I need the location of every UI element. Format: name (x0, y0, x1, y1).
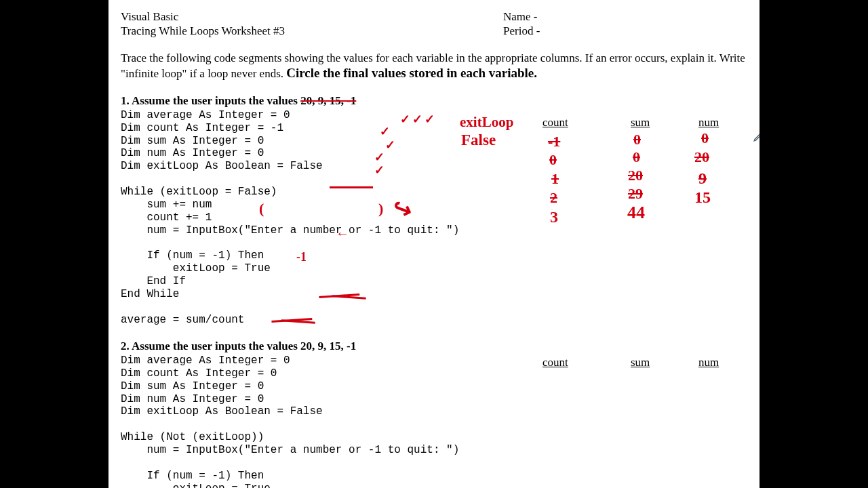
period-field: Period - (503, 24, 747, 38)
hw-lparen: ( (259, 199, 264, 218)
col-num-2: num (698, 355, 719, 369)
col-sum-1: sum (631, 115, 650, 129)
check-2 (385, 138, 395, 153)
check-inputs-c (425, 112, 435, 127)
q2-code: Dim average As Integer = 0 Dim count As … (121, 354, 747, 488)
q1-prompt-pre: 1. Assume the user inputs the values (121, 94, 300, 107)
question-1: 1. Assume the user inputs the values 20,… (121, 94, 747, 327)
name-field: Name - (503, 9, 747, 24)
check-inputs-a (400, 112, 410, 127)
course-name: Visual Basic (121, 9, 503, 24)
hw-arrow-k: ← (336, 225, 349, 242)
hw-num-2: 9 (698, 168, 707, 188)
question-2: 2. Assume the user inputs the values 20,… (121, 339, 747, 488)
hw-num-1: 20 (694, 148, 709, 167)
col-sum-2: sum (631, 355, 650, 369)
q2-prompt: 2. Assume the user inputs the values 20,… (121, 340, 356, 352)
hw-sum-3: 29 (628, 184, 643, 203)
col-count-2: count (542, 355, 568, 369)
worksheet-page: Visual Basic Tracing While Loops Workshe… (108, 0, 760, 488)
header-row: Visual Basic Tracing While Loops Workshe… (121, 9, 747, 39)
hw-sum-0: 0 (633, 130, 641, 149)
col-count-1: count (542, 115, 568, 129)
q1-code: Dim average As Integer = 0 Dim count As … (121, 109, 747, 327)
hw-sum-2: 20 (628, 166, 643, 185)
hw-sum-4: 44 (627, 202, 645, 224)
hw-count-4: 3 (550, 207, 558, 227)
hw-num-0: 0 (701, 129, 709, 148)
instructions-bold: Circle the final values stored in each v… (286, 66, 537, 80)
hw-exitloop-value: False (461, 131, 496, 150)
instructions: Trace the following code segments showin… (121, 51, 747, 81)
worksheet-title: Tracing While Loops Worksheet #3 (121, 24, 503, 38)
hw-count-0: -1 (548, 132, 560, 151)
hw-count-2: 1 (551, 169, 559, 188)
underline-boolean (330, 186, 373, 188)
hw-num-3: 15 (694, 187, 711, 207)
hw-count-3: 2 (550, 188, 557, 207)
pencil-icon (753, 130, 760, 142)
hw-minus1: -1 (296, 249, 307, 265)
hw-sum-1: 0 (633, 148, 640, 167)
hw-exitloop-label: exitLoop (460, 113, 513, 131)
q1-prompt: 1. Assume the user inputs the values 20,… (121, 94, 356, 107)
hw-rparen: ) (378, 199, 383, 218)
check-4 (374, 163, 384, 178)
q1-input-values: 20, 9, 15, -1 (300, 94, 356, 107)
col-num-1: num (698, 115, 719, 129)
hw-count-1: 0 (549, 150, 557, 169)
check-inputs-b (412, 112, 422, 127)
